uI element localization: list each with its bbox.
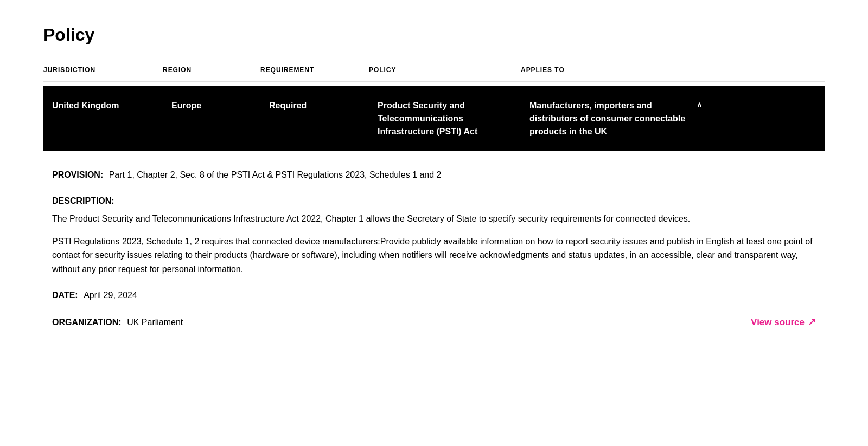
chevron-up-icon[interactable]: ∧: [697, 99, 702, 111]
organization-value: UK Parliament: [127, 318, 183, 327]
date-label: DATE:: [52, 290, 78, 300]
organization-row: ORGANIZATION: UK Parliament View source …: [52, 315, 816, 329]
header-requirement: REQUIREMENT: [260, 65, 369, 75]
page-title: Policy: [43, 22, 825, 48]
provision-label: PROVISION:: [52, 170, 103, 179]
cell-applies-to: Manufacturers, importers and distributor…: [521, 99, 711, 138]
table-row[interactable]: United Kingdom Europe Required Product S…: [43, 86, 825, 151]
organization-label: ORGANIZATION:: [52, 318, 122, 327]
detail-section: PROVISION: Part 1, Chapter 2, Sec. 8 of …: [43, 151, 825, 329]
description-text-2: PSTI Regulations 2023, Schedule 1, 2 req…: [52, 235, 816, 276]
view-source-button[interactable]: View source ↗: [751, 315, 816, 329]
cell-requirement: Required: [260, 99, 369, 112]
description-label: DESCRIPTION:: [52, 195, 816, 208]
view-source-label: View source: [751, 315, 805, 329]
policy-table: JURISDICTION REGION REQUIREMENT POLICY A…: [43, 65, 825, 151]
external-link-icon: ↗: [808, 315, 816, 329]
bottom-details: DATE: April 29, 2024 ORGANIZATION: UK Pa…: [52, 289, 816, 329]
header-policy: POLICY: [369, 65, 521, 75]
date-row: DATE: April 29, 2024: [52, 289, 816, 302]
provision-row: PROVISION: Part 1, Chapter 2, Sec. 8 of …: [52, 169, 816, 182]
cell-jurisdiction: United Kingdom: [43, 99, 163, 112]
header-region: REGION: [163, 65, 260, 75]
cell-policy: Product Security and Telecommunications …: [369, 99, 521, 138]
header-jurisdiction: JURISDICTION: [43, 65, 163, 75]
date-value: April 29, 2024: [84, 290, 137, 300]
description-text-1: The Product Security and Telecommunicati…: [52, 212, 816, 226]
table-header: JURISDICTION REGION REQUIREMENT POLICY A…: [43, 65, 825, 82]
cell-region: Europe: [163, 99, 260, 112]
description-block: DESCRIPTION: The Product Security and Te…: [52, 195, 816, 276]
header-applies-to: APPLIES TO: [521, 65, 711, 75]
provision-value: Part 1, Chapter 2, Sec. 8 of the PSTI Ac…: [109, 170, 442, 179]
